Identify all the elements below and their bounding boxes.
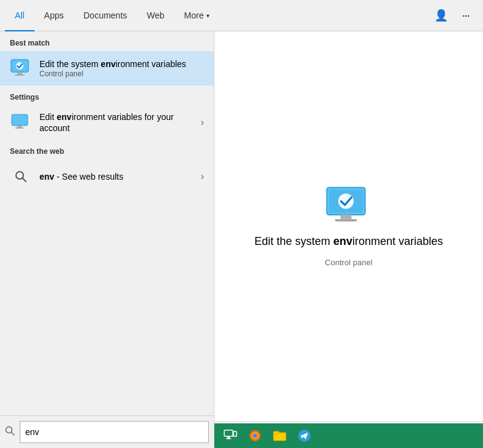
search-panel: All Apps Documents Web More ▾ 👤 ··· Best… (0, 0, 483, 448)
detail-app-icon (324, 186, 373, 225)
tab-web[interactable]: Web (137, 0, 174, 31)
svg-rect-5 (12, 114, 28, 126)
taskbar-firefox-icon[interactable] (244, 425, 266, 447)
tab-documents[interactable]: Documents (73, 0, 137, 31)
taskbar (214, 423, 483, 448)
chevron-down-icon: ▾ (206, 12, 209, 19)
svg-rect-3 (15, 74, 25, 76)
svg-line-11 (12, 433, 15, 436)
taskbar-files-icon[interactable] (269, 425, 291, 447)
settings-item[interactable]: Edit environment variables for your acco… (0, 105, 214, 140)
svg-rect-16 (335, 219, 357, 222)
svg-rect-21 (233, 431, 237, 436)
content-area: Best match Edit the (0, 31, 483, 448)
svg-rect-19 (227, 436, 230, 438)
svg-rect-26 (274, 431, 279, 434)
svg-point-24 (253, 434, 258, 438)
right-panel: Edit the system environment variables Co… (214, 31, 483, 448)
svg-rect-18 (224, 430, 233, 436)
control-panel-icon (10, 57, 32, 79)
monitor-svg (10, 58, 32, 78)
search-web-icon (10, 166, 32, 188)
person-icon: 👤 (434, 9, 448, 22)
settings-item-title: Edit environment variables for your acco… (39, 111, 193, 134)
best-match-item[interactable]: Edit the system environment variables Co… (0, 51, 214, 86)
svg-rect-15 (341, 215, 352, 219)
detail-subtitle: Control panel (325, 258, 372, 267)
best-match-subtitle: Control panel (39, 70, 186, 78)
web-search-item[interactable]: env - See web results › (0, 159, 214, 194)
detail-monitor-svg (324, 184, 373, 227)
settings-label: Settings (0, 86, 214, 105)
settings-monitor-svg (11, 114, 31, 131)
ellipsis-icon-button[interactable]: ··· (453, 3, 478, 28)
detail-title: Edit the system environment variables (254, 235, 443, 248)
svg-rect-6 (17, 126, 22, 127)
left-panel: Best match Edit the (0, 31, 214, 448)
best-match-label: Best match (0, 31, 214, 51)
search-input[interactable] (20, 421, 209, 443)
search-box-area (0, 415, 214, 448)
web-item-title: env - See web results (39, 171, 123, 182)
web-search-label: Search the web (0, 140, 214, 159)
best-match-text: Edit the system environment variables Co… (39, 58, 186, 78)
detail-area: Edit the system environment variables Co… (214, 31, 483, 421)
svg-rect-2 (17, 72, 22, 74)
web-item-text: env - See web results (39, 171, 123, 182)
taskbar-telegram-icon[interactable] (293, 425, 315, 447)
person-icon-button[interactable]: 👤 (429, 3, 453, 28)
tab-all[interactable]: All (5, 0, 34, 31)
search-svg (15, 171, 26, 182)
search-icon (5, 426, 15, 438)
best-match-title: Edit the system environment variables (39, 58, 186, 70)
svg-rect-20 (226, 438, 231, 439)
settings-item-arrow: › (201, 117, 204, 128)
tab-more[interactable]: More ▾ (174, 0, 219, 31)
svg-rect-7 (15, 127, 23, 129)
settings-item-text: Edit environment variables for your acco… (39, 111, 193, 134)
ellipsis-icon: ··· (462, 9, 469, 22)
web-item-arrow: › (201, 171, 204, 182)
taskbar-display-icon[interactable] (219, 425, 242, 447)
tab-apps[interactable]: Apps (34, 0, 74, 31)
settings-monitor-icon (10, 111, 32, 134)
tabs-bar: All Apps Documents Web More ▾ 👤 ··· (0, 0, 483, 31)
svg-line-9 (23, 178, 26, 182)
